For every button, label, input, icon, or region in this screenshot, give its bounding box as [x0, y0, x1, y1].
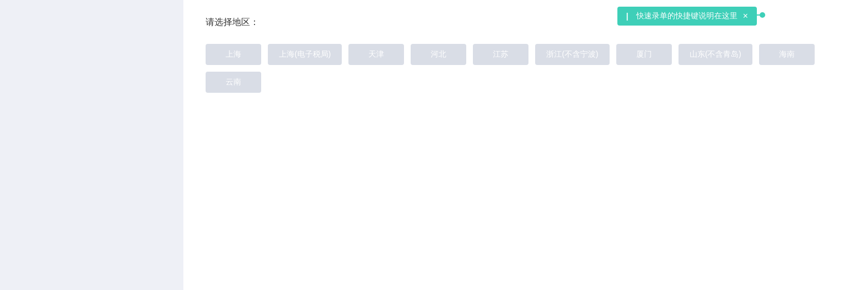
tooltip-dot [760, 12, 765, 18]
main-content: 请选择地区： 上海上海(电子税局)天津河北江苏浙江(不含宁波)厦门山东(不含青岛… [183, 0, 868, 290]
tooltip-banner: 快速录单的快捷键说明在这里 × [617, 7, 757, 26]
sidebar [0, 0, 183, 290]
tooltip-text: 快速录单的快捷键说明在这里 [636, 11, 737, 21]
tooltip-close-button[interactable]: × [743, 12, 748, 21]
region-button-shanghai[interactable]: 上海 [206, 44, 261, 65]
region-buttons: 上海上海(电子税局)天津河北江苏浙江(不含宁波)厦门山东(不含青岛)海南云南 [206, 44, 846, 93]
region-button-hebei[interactable]: 河北 [411, 44, 466, 65]
region-button-hainan[interactable]: 海南 [759, 44, 815, 65]
region-button-yunnan[interactable]: 云南 [206, 72, 261, 93]
region-button-xiamen[interactable]: 厦门 [616, 44, 672, 65]
region-button-tianjin[interactable]: 天津 [348, 44, 404, 65]
region-button-shanghai-etax[interactable]: 上海(电子税局) [268, 44, 342, 65]
region-button-zhejiang[interactable]: 浙江(不含宁波) [535, 44, 609, 65]
region-button-jiangsu[interactable]: 江苏 [473, 44, 528, 65]
region-button-shandong[interactable]: 山东(不含青岛) [679, 44, 752, 65]
